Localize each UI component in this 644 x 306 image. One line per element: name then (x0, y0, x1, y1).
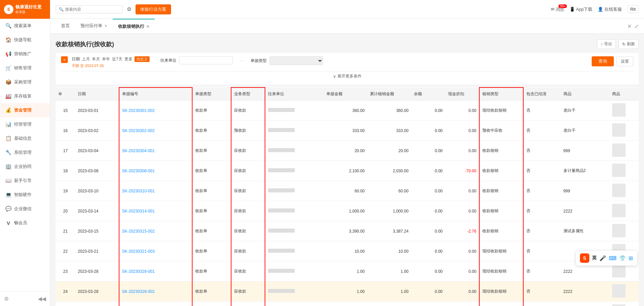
solution-button[interactable]: 体验行业方案 (136, 4, 171, 14)
sidebar: 6 畅康通好生意 标准版 🔍 搜索菜单 🏠 快捷导航 📢 营销推广 🛒 销售管理… (0, 0, 50, 306)
cell-biztype: 应收款 (231, 282, 265, 302)
doc-link[interactable]: SK-20230328-001 (122, 269, 155, 274)
sidebar-item-member[interactable]: V 畅会员 (0, 216, 50, 230)
tab-expand-icon[interactable]: ⤢ (634, 23, 639, 29)
tab-prepay[interactable]: 预付应付单 ✕ (75, 19, 113, 34)
doc-link[interactable]: SK-20230308-001 (122, 169, 155, 173)
sidebar-item-marketing[interactable]: 📢 营销推广 (0, 47, 50, 61)
message-badge[interactable]: ✉ 消息 99+ (551, 6, 565, 12)
setting-button[interactable]: 设置 (616, 56, 633, 66)
watermark-mic-icon[interactable]: 🎤 (599, 255, 606, 261)
topbar-search-input[interactable] (65, 7, 112, 12)
topbar-gear-icon[interactable]: ⚙ (127, 6, 131, 12)
cell-biztype: 应收款 (231, 302, 265, 306)
doctype-select[interactable] (269, 56, 323, 65)
cell-verifytype: 收款核销 (479, 201, 523, 221)
cell-docno: SK-20230328-002 (119, 282, 192, 302)
cell-sno: 19 (56, 181, 75, 201)
sidebar-item-inventory[interactable]: 🏭 库存核算 (0, 89, 50, 103)
app-download[interactable]: 📱 App下载 (570, 6, 592, 12)
sidebar-item-search[interactable]: 🔍 搜索菜单 (0, 19, 50, 33)
sidebar-item-guide[interactable]: 📖 新手引导 (0, 174, 50, 188)
cell-biztype: 应收款 (231, 201, 265, 221)
cell-docno: SK-20230310-001 (119, 181, 192, 201)
table-row: 25 2023-03-31 SK-20230331-002 红字收款单 应收款 … (56, 302, 639, 306)
sidebar-item-operation[interactable]: 📊 经营管理 (0, 117, 50, 131)
cell-sno: 24 (56, 282, 75, 302)
sidebar-item-label: 企业协同 (14, 164, 32, 170)
sidebar-item-nav[interactable]: 🏠 快捷导航 (0, 33, 50, 47)
sidebar-item-system[interactable]: 🔧 系统管理 (0, 145, 50, 160)
doc-link[interactable]: SK-20230315-002 (122, 229, 155, 234)
date-7days[interactable]: 近7天 (112, 56, 122, 62)
watermark-grid-icon[interactable]: ⊞ (629, 255, 633, 261)
cell-biztype: 应收款 (231, 241, 265, 261)
tab-home[interactable]: 首页 (56, 19, 75, 34)
cell-hascleared: 否 (523, 282, 561, 302)
doctype-label: 单据类型 (251, 58, 267, 64)
sidebar-item-label: 搜索菜单 (14, 23, 32, 29)
online-service[interactable]: 👤 在线客服 (598, 6, 622, 12)
date-this-year[interactable]: 本年 (102, 56, 110, 62)
date-last-month[interactable]: 上月 (82, 56, 90, 62)
topbar: 🔍 ⚙ 体验行业方案 ✉ 消息 99+ 📱 App下载 👤 在线客服 Rit (50, 0, 644, 19)
tab-close-all-icon[interactable]: ✕ (627, 23, 632, 29)
user-name[interactable]: Rit (627, 5, 639, 13)
cell-biztype: 应收款 (231, 141, 265, 161)
cell-goodsimg (609, 101, 639, 121)
sidebar-item-purchase[interactable]: 📦 采购管理 (0, 75, 50, 89)
page-content: 收款核销执行(按收款) ↑ 导出 ↻ 刷新 » 日期 上月 (50, 34, 644, 306)
doc-link[interactable]: SK-20230301-002 (122, 108, 155, 113)
date-custom-btn[interactable]: 自定义 (135, 56, 150, 62)
sidebar-item-basic[interactable]: 📋 基础信息 (0, 131, 50, 145)
table-row: 24 2023-03-28 SK-20230328-002 收款单 应收款 1.… (56, 282, 639, 302)
topbar-right: ✉ 消息 99+ 📱 App下载 👤 在线客服 Rit (551, 5, 639, 13)
logo-text: 畅康通好生意 标准版 (15, 4, 42, 14)
sidebar-item-sales[interactable]: 🛒 销售管理 (0, 61, 50, 75)
sidebar-item-hardware[interactable]: 💻 智能硬件 (0, 188, 50, 202)
cell-cumamt: 20.00 (367, 141, 411, 161)
watermark-keyboard-icon[interactable]: ⌨ (609, 255, 616, 261)
doc-link[interactable]: SK-20230328-002 (122, 289, 155, 294)
cell-biztype: 预收款 (231, 121, 265, 141)
cell-discount: 0.00 (445, 261, 480, 282)
tab-verify[interactable]: 收款核销执行 ✕ (113, 19, 155, 34)
cell-biztype: 应收款 (231, 161, 265, 181)
doc-link[interactable]: SK-20230321-003 (122, 249, 155, 254)
date-more[interactable]: 更多 (124, 56, 132, 62)
query-button[interactable]: 查询 (592, 56, 614, 66)
expand-more-btn[interactable]: ∨ 展开更多条件 (61, 71, 633, 81)
date-range-display: 不限 至 2023-07-26 (72, 63, 150, 68)
partner-input[interactable] (179, 56, 233, 64)
cell-sno: 17 (56, 141, 75, 161)
cell-balance: 0.00 (411, 261, 445, 282)
cell-partner (265, 141, 323, 161)
cell-doctype: 收款单 (192, 141, 231, 161)
doc-link[interactable]: SK-20230302-002 (122, 128, 155, 133)
doc-link[interactable]: SK-20230314-001 (122, 209, 155, 213)
refresh-button[interactable]: ↻ 刷新 (619, 39, 639, 49)
sidebar-item-enterprise[interactable]: 🏢 企业协同 (0, 160, 50, 174)
cell-goodsimg (609, 201, 639, 221)
date-this-month[interactable]: 本月 (92, 56, 100, 62)
sidebar-item-finance[interactable]: 💰 资金管理 (0, 103, 50, 117)
filter-date-group: 日期 上月 本月 本年 近7天 更多 自定义 不限 至 2023-07-26 (72, 56, 150, 68)
guide-icon: 📖 (5, 178, 11, 184)
tab-verify-close[interactable]: ✕ (146, 24, 149, 29)
settings-icon[interactable]: ⚙ (4, 296, 9, 302)
finance-icon: 💰 (5, 107, 11, 113)
sidebar-item-label: 系统管理 (14, 149, 32, 156)
col-settings[interactable]: ⚙ (56, 87, 75, 101)
data-table-container: ⚙ 日期 单据编号 单据类型 业务类型 往来单位 单据金额 累计核销金额 余额 (56, 87, 639, 306)
doc-link[interactable]: SK-20230310-001 (122, 189, 155, 193)
filter-row-main: » 日期 上月 本月 本年 近7天 更多 自定义 不限 至 2023-07-26… (61, 56, 633, 68)
export-button[interactable]: ↑ 导出 (597, 39, 616, 49)
cell-sno: 16 (56, 121, 75, 141)
watermark-shirt-icon[interactable]: 👕 (619, 255, 626, 261)
doc-link[interactable]: SK-20230304-001 (122, 148, 155, 153)
collapse-icon[interactable]: ◀◀ (38, 296, 46, 302)
sidebar-item-wechat[interactable]: 💬 企业微信 (0, 202, 50, 216)
tab-prepay-close[interactable]: ✕ (104, 24, 107, 28)
filter-toggle-button[interactable]: » (61, 56, 68, 63)
filter-partner-group: 往来单位 (160, 56, 233, 64)
